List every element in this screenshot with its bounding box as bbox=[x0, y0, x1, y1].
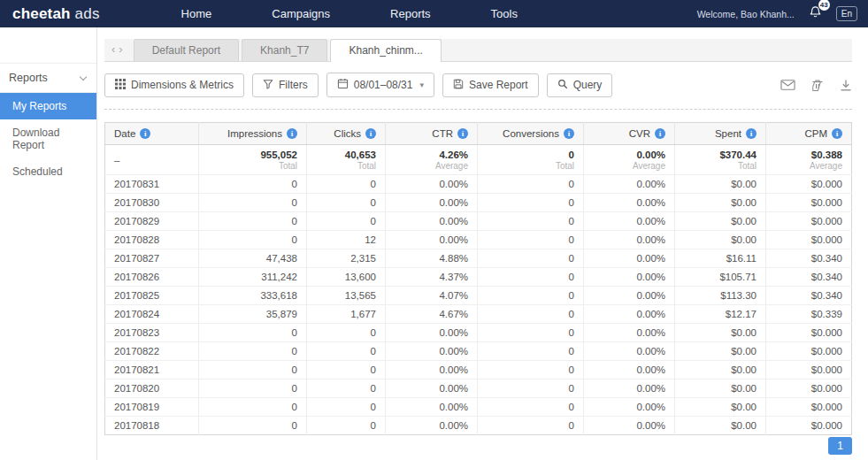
tab-khanh-t7[interactable]: Khanh_T7 bbox=[242, 39, 327, 61]
column-label: CPM bbox=[804, 128, 827, 139]
sidebar-item-download-report[interactable]: Download Report bbox=[0, 119, 96, 158]
column-header-ctr[interactable]: CTRi bbox=[386, 123, 478, 145]
nav-item-tools[interactable]: Tools bbox=[461, 7, 548, 20]
toolbar: Dimensions & Metrics Filters 08/01–08/31… bbox=[104, 62, 852, 107]
value-cell: 0 bbox=[199, 175, 307, 194]
save-report-button[interactable]: Save Report bbox=[442, 73, 539, 97]
value-cell: $105.71 bbox=[675, 268, 766, 287]
value-cell: 0.00% bbox=[584, 249, 675, 268]
nav-items: HomeCampaignsReportsTools bbox=[151, 7, 548, 20]
tabs-container: Default ReportKhanh_T7Khanh_chinm... bbox=[134, 39, 444, 61]
value-cell: 0.00% bbox=[386, 398, 478, 417]
column-header-clicks[interactable]: Clicksi bbox=[307, 123, 386, 145]
value-cell: $12.17 bbox=[675, 305, 766, 324]
value-cell: 0 bbox=[307, 175, 386, 194]
pagination-page-1[interactable]: 1 bbox=[828, 437, 852, 455]
sidebar-section-reports[interactable]: Reports bbox=[0, 63, 96, 93]
value-cell: 0 bbox=[478, 417, 584, 435]
sidebar-items: My ReportsDownload ReportScheduled bbox=[0, 93, 96, 185]
value-cell: 0 bbox=[478, 268, 584, 287]
column-header-cpm[interactable]: CPMi bbox=[766, 123, 852, 145]
value-cell: 0 bbox=[199, 342, 307, 361]
nav-item-reports[interactable]: Reports bbox=[360, 7, 461, 20]
download-icon[interactable] bbox=[840, 79, 852, 92]
column-header-conversions[interactable]: Conversionsi bbox=[478, 123, 584, 145]
value-cell: 0 bbox=[478, 212, 584, 231]
info-icon[interactable]: i bbox=[832, 128, 842, 139]
search-icon bbox=[557, 79, 568, 92]
summary-sublabel: Total bbox=[487, 161, 574, 171]
column-header-spent[interactable]: Spenti bbox=[675, 123, 766, 145]
value-cell: $0.339 bbox=[766, 305, 852, 324]
info-icon[interactable]: i bbox=[564, 128, 574, 139]
info-icon[interactable]: i bbox=[655, 128, 665, 139]
tab-default-report[interactable]: Default Report bbox=[134, 39, 239, 61]
value-cell: 13,565 bbox=[307, 287, 386, 305]
column-header-cvr[interactable]: CVRi bbox=[584, 123, 675, 145]
filters-button[interactable]: Filters bbox=[252, 73, 319, 97]
sidebar-item-scheduled[interactable]: Scheduled bbox=[0, 158, 96, 185]
value-cell: 0.00% bbox=[584, 305, 675, 324]
sidebar-item-my-reports[interactable]: My Reports bbox=[0, 93, 96, 119]
tab-scroll-right-icon[interactable]: › bbox=[119, 42, 126, 56]
column-header-date[interactable]: Datei bbox=[105, 123, 199, 145]
value-cell: $0.00 bbox=[675, 361, 766, 380]
date-cell: 20170827 bbox=[105, 249, 199, 268]
info-icon[interactable]: i bbox=[140, 128, 150, 139]
nav-item-home[interactable]: Home bbox=[151, 7, 242, 20]
value-cell: 0 bbox=[478, 287, 584, 305]
notifications-button[interactable]: 43 bbox=[809, 5, 822, 22]
info-icon[interactable]: i bbox=[287, 128, 297, 139]
value-cell: 4.07% bbox=[386, 287, 478, 305]
value-cell: 0 bbox=[199, 231, 307, 249]
filter-funnel-icon bbox=[263, 79, 273, 92]
nav-item-campaigns[interactable]: Campaigns bbox=[242, 7, 360, 20]
value-cell: 0 bbox=[478, 380, 584, 398]
date-cell: 20170821 bbox=[105, 361, 199, 380]
value-cell: 0 bbox=[478, 194, 584, 212]
value-cell: 12 bbox=[307, 231, 386, 249]
value-cell: $0.00 bbox=[675, 342, 766, 361]
info-icon[interactable]: i bbox=[746, 128, 757, 139]
table-row: 20170831000.00%00.00%$0.00$0.000 bbox=[105, 175, 852, 194]
brand-logo[interactable]: cheetah ads bbox=[12, 5, 100, 23]
brand-light: ads bbox=[71, 5, 100, 22]
top-navbar: cheetah ads HomeCampaignsReportsTools We… bbox=[0, 0, 868, 27]
value-cell: 47,438 bbox=[199, 249, 307, 268]
summary-date-cell: – bbox=[105, 145, 199, 175]
table-row: 20170818000.00%00.00%$0.00$0.000 bbox=[105, 417, 852, 435]
value-cell: $0.000 bbox=[766, 361, 852, 380]
value-cell: 0 bbox=[307, 194, 386, 212]
value-cell: $0.000 bbox=[766, 175, 852, 194]
summary-cell: $370.44Total bbox=[675, 145, 766, 175]
date-cell: 20170831 bbox=[105, 175, 199, 194]
date-cell: 20170818 bbox=[105, 417, 199, 435]
column-header-impressions[interactable]: Impressionsi bbox=[199, 123, 307, 145]
info-icon[interactable]: i bbox=[365, 128, 376, 139]
dimensions-metrics-label: Dimensions & Metrics bbox=[131, 79, 234, 91]
value-cell: $16.11 bbox=[675, 249, 766, 268]
tab-scroll-arrows[interactable]: ‹› bbox=[108, 42, 134, 58]
value-cell: 0.00% bbox=[584, 231, 675, 249]
trash-icon[interactable] bbox=[811, 79, 824, 92]
info-icon[interactable]: i bbox=[457, 128, 468, 139]
value-cell: 0 bbox=[199, 324, 307, 342]
query-button[interactable]: Query bbox=[547, 73, 613, 97]
summary-value: 955,052 bbox=[208, 150, 297, 160]
value-cell: 0.00% bbox=[584, 398, 675, 417]
dimensions-metrics-button[interactable]: Dimensions & Metrics bbox=[104, 73, 244, 97]
mail-icon[interactable] bbox=[780, 79, 795, 91]
value-cell: $0.000 bbox=[766, 342, 852, 361]
table-row: 20170830000.00%00.00%$0.00$0.000 bbox=[105, 194, 852, 212]
value-cell: 0.00% bbox=[386, 231, 478, 249]
table-row: 20170819000.00%00.00%$0.00$0.000 bbox=[105, 398, 852, 417]
value-cell: 333,618 bbox=[199, 287, 307, 305]
table-row: 2017082435,8791,6774.67%00.00%$12.17$0.3… bbox=[105, 305, 852, 324]
column-label: CTR bbox=[432, 128, 453, 139]
summary-sublabel: Total bbox=[684, 161, 757, 171]
date-range-button[interactable]: 08/01–08/31 ▾ bbox=[326, 73, 434, 97]
value-cell: 4.37% bbox=[386, 268, 478, 287]
tab-khanh-chinm[interactable]: Khanh_chinm... bbox=[330, 39, 441, 62]
language-button[interactable]: En bbox=[836, 6, 857, 21]
table-row: 20170826311,24213,6004.37%00.00%$105.71$… bbox=[105, 268, 852, 287]
